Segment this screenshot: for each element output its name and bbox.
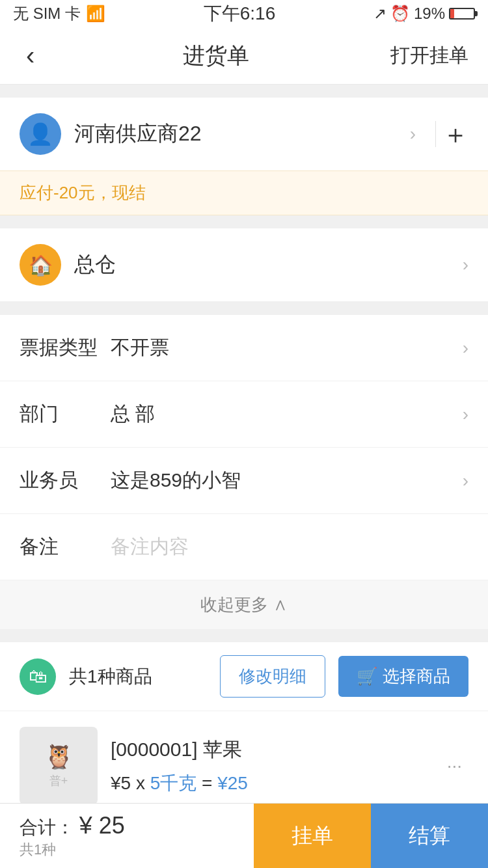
carrier-text: 无 SIM 卡 — [13, 3, 81, 24]
total-label: 合计： — [20, 817, 74, 837]
product-qty: 5千克 — [150, 773, 197, 793]
invoice-type-chevron-icon: › — [463, 338, 468, 359]
more-options-icon[interactable]: ··· — [441, 749, 468, 783]
supplier-row[interactable]: 👤 河南供应商22 › ＋ — [0, 98, 488, 170]
warehouse-section: 🏠 总仓 › — [0, 228, 488, 302]
open-hang-button[interactable]: 打开挂单 — [390, 42, 468, 69]
status-time: 下午6:16 — [204, 1, 276, 26]
salesperson-row[interactable]: 业务员 这是859的小智 › — [0, 448, 488, 514]
invoice-type-value: 不开票 — [111, 334, 456, 361]
status-bar-left: 无 SIM 卡 📶 — [13, 3, 105, 24]
settle-button[interactable]: 结算 — [371, 804, 488, 868]
product-thumbnail: 🦉 普+ — [20, 727, 98, 805]
salesperson-chevron-icon: › — [463, 470, 468, 491]
salesperson-label: 业务员 — [20, 467, 111, 494]
alarm-icon: ⏰ — [390, 5, 410, 23]
back-button[interactable]: ‹ — [20, 34, 41, 77]
product-price-row: ¥5 x 5千克 = ¥25 — [111, 771, 427, 796]
remark-row[interactable]: 备注 备注内容 — [0, 514, 488, 580]
page-title: 进货单 — [183, 41, 249, 71]
supplier-avatar: 👤 — [20, 113, 61, 155]
product-apple: 苹果 — [203, 739, 242, 760]
section-divider-4 — [0, 629, 488, 642]
product-total: ¥25 — [217, 773, 248, 793]
cart-icon: 🛒 — [357, 666, 377, 686]
warehouse-name: 总仓 — [74, 251, 456, 279]
supplier-name: 河南供应商22 — [74, 120, 410, 148]
supplier-section: 👤 河南供应商22 › ＋ 应付-20元，现结 — [0, 98, 488, 215]
section-divider-3 — [0, 302, 488, 315]
total-amount: ¥ 25 — [79, 812, 125, 839]
product-equals: = — [202, 773, 217, 793]
warehouse-chevron-icon: › — [463, 254, 468, 275]
product-code: [0000001] — [111, 739, 197, 760]
status-bar: 无 SIM 卡 📶 下午6:16 ↗ ⏰ 19% — [0, 0, 488, 27]
supplier-divider — [435, 121, 436, 147]
owl-icon: 🦉 — [44, 743, 74, 770]
bag-icon: 🛍 — [29, 666, 47, 687]
product-info: [0000001] 苹果 ¥5 x 5千克 = ¥25 — [111, 737, 427, 796]
battery-icon — [449, 8, 475, 20]
product-count: 共1种商品 — [69, 664, 207, 689]
edit-detail-button[interactable]: 修改明细 — [220, 655, 325, 698]
remark-label: 备注 — [20, 534, 111, 560]
department-chevron-icon: › — [463, 404, 468, 425]
warehouse-icon: 🏠 — [20, 244, 61, 286]
notice-bar: 应付-20元，现结 — [0, 170, 488, 215]
wifi-icon: 📶 — [86, 5, 105, 23]
warehouse-row[interactable]: 🏠 总仓 › — [0, 228, 488, 302]
section-divider-2 — [0, 215, 488, 228]
add-icon[interactable]: ＋ — [442, 116, 468, 152]
supplier-chevron-icon: › — [410, 124, 416, 144]
invoice-type-label: 票据类型 — [20, 334, 111, 361]
nav-bar: ‹ 进货单 打开挂单 — [0, 27, 488, 85]
department-label: 部门 — [20, 401, 111, 427]
status-bar-right: ↗ ⏰ 19% — [373, 5, 475, 23]
product-multiply: x — [136, 773, 150, 793]
footer: 合计： ¥ 25 共1种 挂单 结算 — [0, 803, 488, 868]
product-price: ¥5 — [111, 773, 131, 793]
invoice-type-row[interactable]: 票据类型 不开票 › — [0, 315, 488, 381]
battery-text: 19% — [414, 5, 445, 23]
form-section: 票据类型 不开票 › 部门 总 部 › 业务员 这是859的小智 › 备注 备注… — [0, 315, 488, 580]
select-product-button[interactable]: 🛒 选择商品 — [338, 656, 468, 697]
collapse-bar[interactable]: 收起更多 ∧ — [0, 580, 488, 629]
product-header: 🛍 共1种商品 修改明细 🛒 选择商品 — [0, 642, 488, 711]
hang-button[interactable]: 挂单 — [254, 804, 371, 868]
product-section: 🛍 共1种商品 修改明细 🛒 选择商品 🦉 普+ [0000001] 苹果 ¥5… — [0, 642, 488, 821]
select-product-label: 选择商品 — [383, 665, 450, 688]
footer-count: 共1种 — [20, 840, 234, 860]
footer-total-line: 合计： ¥ 25 — [20, 812, 234, 840]
product-name: [0000001] 苹果 — [111, 737, 427, 763]
department-row[interactable]: 部门 总 部 › — [0, 381, 488, 448]
salesperson-value: 这是859的小智 — [111, 467, 456, 494]
department-value: 总 部 — [111, 401, 456, 427]
thumb-label: 普+ — [49, 773, 68, 789]
footer-total: 合计： ¥ 25 共1种 — [0, 804, 254, 868]
product-header-icon: 🛍 — [20, 658, 56, 695]
location-icon: ↗ — [373, 5, 386, 23]
section-divider-1 — [0, 85, 488, 98]
remark-input[interactable]: 备注内容 — [111, 534, 468, 560]
avatar-icon: 👤 — [27, 122, 53, 146]
